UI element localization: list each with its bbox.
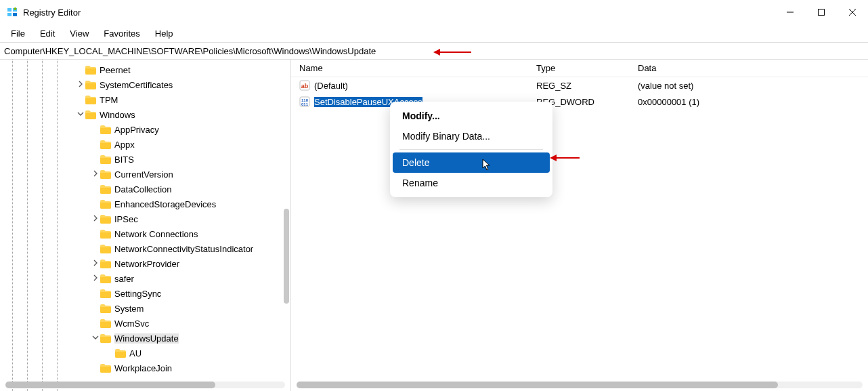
tree-item-label: Peernet bbox=[100, 65, 131, 75]
tree-item[interactable]: NetworkConnectivityStatusIndicator bbox=[0, 241, 290, 256]
tree-item[interactable]: SettingSync bbox=[0, 286, 290, 301]
cursor-icon bbox=[482, 159, 492, 171]
tree-item[interactable]: SystemCertificates bbox=[0, 77, 290, 92]
tree-item-label: CurrentVersion bbox=[114, 169, 173, 180]
tree-item[interactable]: Peernet bbox=[0, 62, 290, 77]
svg-text:ab: ab bbox=[301, 83, 309, 89]
tree-hscroll[interactable] bbox=[5, 382, 285, 388]
svg-rect-3 bbox=[13, 13, 17, 16]
tree-item-label: DataCollection bbox=[114, 184, 172, 194]
menu-edit[interactable]: Edit bbox=[33, 26, 62, 41]
context-item-modify[interactable]: Modify... bbox=[393, 106, 550, 126]
tree-item-label: BITS bbox=[114, 155, 134, 165]
chevron-right-icon[interactable] bbox=[91, 274, 100, 283]
annotation-arrow bbox=[433, 43, 471, 61]
tree-item[interactable]: WorkplaceJoin bbox=[0, 361, 290, 375]
menu-favorites[interactable]: Favorites bbox=[97, 26, 146, 41]
context-menu: Modify...Modify Binary Data...DeleteRena… bbox=[390, 102, 552, 197]
tree-item-label: IPSec bbox=[114, 214, 138, 224]
menu-file[interactable]: File bbox=[4, 26, 32, 41]
col-header-data[interactable]: Data bbox=[630, 60, 868, 77]
tree-item-label: Network Connections bbox=[114, 229, 198, 239]
tree-item-label: WorkplaceJoin bbox=[114, 363, 172, 373]
tree-item[interactable]: Windows bbox=[0, 107, 290, 122]
context-item-modify-binary-data[interactable]: Modify Binary Data... bbox=[393, 126, 550, 146]
value-name: (Default) bbox=[314, 81, 348, 91]
list-headers: Name Type Data bbox=[291, 60, 868, 77]
context-item-delete[interactable]: Delete bbox=[393, 152, 550, 173]
svg-marker-17 bbox=[550, 155, 557, 161]
chevron-down-icon[interactable] bbox=[76, 110, 85, 119]
svg-point-4 bbox=[14, 7, 17, 10]
tree-item-label: WcmSvc bbox=[114, 318, 149, 329]
tree-item[interactable]: AU bbox=[0, 346, 290, 361]
tree-item[interactable]: Appx bbox=[0, 137, 290, 152]
tree-item-label: EnhancedStorageDevices bbox=[114, 199, 216, 209]
svg-marker-15 bbox=[433, 49, 440, 56]
chevron-right-icon[interactable] bbox=[91, 260, 100, 268]
svg-rect-0 bbox=[7, 8, 12, 12]
address-input[interactable] bbox=[4, 46, 437, 56]
svg-rect-6 bbox=[819, 9, 825, 16]
list-hscroll[interactable] bbox=[297, 382, 863, 388]
menu-help[interactable]: Help bbox=[148, 26, 180, 41]
tree-item[interactable]: WindowsUpdate bbox=[0, 331, 290, 346]
menubar: FileEditViewFavoritesHelp bbox=[0, 24, 868, 42]
value-type: REG_SZ bbox=[536, 81, 571, 91]
tree-item-label: Appx bbox=[114, 140, 135, 150]
tree-item[interactable]: IPSec bbox=[0, 211, 290, 226]
tree-item[interactable]: DataCollection bbox=[0, 182, 290, 197]
col-header-type[interactable]: Type bbox=[528, 60, 630, 77]
svg-rect-2 bbox=[7, 13, 12, 16]
list-pane: Name Type Data ab(Default)REG_SZ(value n… bbox=[291, 60, 868, 391]
tree-item[interactable]: EnhancedStorageDevices bbox=[0, 197, 290, 211]
close-button[interactable] bbox=[837, 1, 868, 23]
context-separator bbox=[399, 149, 543, 150]
tree-item[interactable]: safer bbox=[0, 271, 290, 286]
chevron-right-icon[interactable] bbox=[91, 215, 100, 223]
tree-item-label: NetworkProvider bbox=[114, 259, 179, 269]
regedit-icon bbox=[7, 7, 18, 18]
tree-item[interactable]: CurrentVersion bbox=[0, 167, 290, 182]
value-data: (value not set) bbox=[638, 81, 693, 91]
tree-item-label: NetworkConnectivityStatusIndicator bbox=[114, 244, 253, 254]
tree-pane: PeernetSystemCertificatesTPMWindowsAppPr… bbox=[0, 60, 291, 391]
tree-scrollbar-thumb[interactable] bbox=[284, 209, 289, 304]
context-item-rename[interactable]: Rename bbox=[393, 173, 550, 193]
tree-item[interactable]: Network Connections bbox=[0, 226, 290, 241]
svg-text:011: 011 bbox=[301, 102, 309, 106]
tree-item-label: WindowsUpdate bbox=[114, 333, 179, 344]
tree-item[interactable]: WcmSvc bbox=[0, 316, 290, 331]
tree-item-label: System bbox=[114, 304, 144, 314]
tree-item-label: AppPrivacy bbox=[114, 125, 159, 135]
tree-item-label: safer bbox=[114, 274, 134, 284]
tree-item-label: SettingSync bbox=[114, 289, 161, 299]
window-title: Registry Editor bbox=[23, 7, 81, 18]
window-controls bbox=[775, 1, 868, 23]
tree-item-label: Windows bbox=[100, 110, 135, 120]
list-row[interactable]: ab(Default)REG_SZ(value not set) bbox=[291, 77, 868, 94]
tree-item[interactable]: NetworkProvider bbox=[0, 256, 290, 271]
tree-item[interactable]: TPM bbox=[0, 92, 290, 107]
col-header-name[interactable]: Name bbox=[291, 60, 528, 77]
chevron-down-icon[interactable] bbox=[91, 334, 100, 342]
tree-item-label: TPM bbox=[100, 95, 118, 105]
value-data: 0x00000001 (1) bbox=[638, 97, 699, 107]
annotation-arrow bbox=[550, 149, 580, 167]
tree-item[interactable]: BITS bbox=[0, 152, 290, 167]
tree-item[interactable]: System bbox=[0, 301, 290, 316]
maximize-button[interactable] bbox=[806, 1, 837, 23]
minimize-button[interactable] bbox=[775, 1, 806, 23]
list-row[interactable]: 110011SetDisablePauseUXAccessREG_DWORD0x… bbox=[291, 94, 868, 110]
tree-item-label: AU bbox=[129, 348, 142, 358]
menu-view[interactable]: View bbox=[63, 26, 95, 41]
titlebar: Registry Editor bbox=[0, 0, 868, 24]
tree-item[interactable]: AppPrivacy bbox=[0, 122, 290, 137]
chevron-right-icon[interactable] bbox=[91, 170, 100, 178]
chevron-right-icon[interactable] bbox=[76, 81, 85, 89]
tree-item-label: SystemCertificates bbox=[100, 80, 173, 90]
